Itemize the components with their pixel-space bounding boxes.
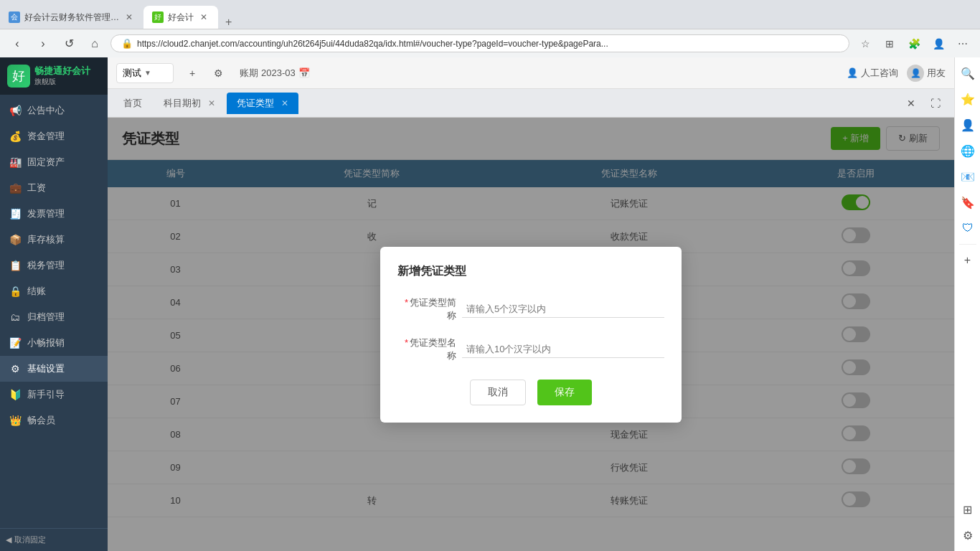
logo-icon: 好 — [7, 65, 30, 88]
right-panel-separator — [959, 244, 976, 245]
topbar-actions: + ⚙ — [182, 63, 228, 83]
member-icon: 👑 — [9, 414, 22, 427]
sidebar-item-inventory[interactable]: 📦 库存核算 — [0, 227, 108, 253]
tab-expand-btn[interactable]: ⛶ — [925, 93, 946, 113]
new-tab-button[interactable]: + — [218, 16, 239, 29]
topbar-right: 👤 人工咨询 👤 用友 — [847, 65, 946, 82]
invoices-label: 发票管理 — [27, 207, 65, 220]
address-bar: ‹ › ↺ ⌂ 🔒 https://cloud2.chanjet.com/acc… — [0, 29, 980, 57]
add-workspace-btn[interactable]: + — [182, 63, 202, 83]
browser-tab-2[interactable]: 好 好会计 ✕ — [143, 6, 218, 29]
sidebar-item-settings[interactable]: ⚙ 基础设置 — [0, 356, 108, 382]
page-content: 凭证类型 + 新增 ↻ 刷新 编号 凭证类型简称 凭证类型名称 是否启用 — [108, 118, 954, 551]
period-label: 账期 — [240, 67, 258, 80]
tab-subjects[interactable]: 科目期初 ✕ — [154, 93, 225, 114]
archive-label: 归档管理 — [27, 311, 65, 324]
back-button[interactable]: ‹ — [7, 34, 27, 54]
right-grid-btn[interactable]: ⊞ — [958, 499, 978, 519]
tab-close-panel-btn[interactable]: ✕ — [901, 93, 921, 113]
modal-cancel-btn[interactable]: 取消 — [470, 380, 526, 405]
url-box[interactable]: 🔒 https://cloud2.chanjet.com/accounting/… — [110, 34, 849, 52]
sidebar-unpin-text: ◀ 取消固定 — [6, 534, 102, 545]
logo-text-block: 畅捷通好会计 旗舰版 — [34, 65, 90, 87]
main-content: 测试 ▼ + ⚙ 账期 2023-03 📅 👤 人工咨询 👤 用友 — [108, 57, 954, 551]
field-name-input[interactable] — [462, 341, 664, 358]
collections-btn[interactable]: ⊞ — [880, 34, 900, 54]
right-globe-btn[interactable]: 🌐 — [958, 141, 978, 161]
sidebar-item-guide[interactable]: 🔰 新手引导 — [0, 382, 108, 408]
tab-subjects-label: 科目期初 — [164, 97, 201, 110]
workspace-name: 测试 — [123, 67, 141, 80]
tab-home[interactable]: 首页 — [113, 93, 152, 114]
right-person-btn[interactable]: 👤 — [958, 115, 978, 135]
settings-btn[interactable]: ⚙ — [208, 63, 228, 83]
form-row-short: *凭证类型简称 — [397, 296, 664, 322]
more-btn[interactable]: ⋯ — [953, 34, 973, 54]
user-button[interactable]: 👤 用友 — [907, 65, 946, 82]
fixed-assets-label: 固定资产 — [27, 156, 65, 169]
tax-icon: 📋 — [9, 259, 22, 272]
form-row-name: *凭证类型名称 — [397, 336, 664, 362]
right-plus-btn[interactable]: + — [958, 250, 978, 270]
workspace-selector[interactable]: 测试 ▼ — [116, 63, 174, 83]
sidebar-footer[interactable]: ◀ 取消固定 — [0, 528, 108, 551]
payroll-icon: 💼 — [9, 182, 22, 194]
right-shield-btn[interactable]: 🛡 — [958, 218, 978, 238]
sidebar-item-tax[interactable]: 📋 税务管理 — [0, 253, 108, 278]
sidebar-item-member[interactable]: 👑 畅会员 — [0, 408, 108, 433]
sidebar-item-invoices[interactable]: 🧾 发票管理 — [0, 201, 108, 227]
sidebar-item-funds[interactable]: 💰 资金管理 — [0, 123, 108, 149]
sidebar-item-archive[interactable]: 🗂 归档管理 — [0, 304, 108, 330]
profile-btn[interactable]: 👤 — [928, 34, 948, 54]
field-short-input[interactable] — [462, 301, 664, 318]
home-button[interactable]: ⌂ — [85, 34, 105, 54]
payroll-label: 工资 — [27, 182, 46, 194]
modal-footer: 取消 保存 — [397, 380, 664, 405]
extensions-btn[interactable]: 🧩 — [904, 34, 924, 54]
reload-button[interactable]: ↺ — [59, 34, 79, 54]
tab1-title: 好会计云财务软件管理系统_会计 — [24, 11, 119, 24]
required-mark-name: * — [405, 337, 408, 348]
modal-save-btn[interactable]: 保存 — [537, 380, 592, 405]
browser-chrome: 会 好会计云财务软件管理系统_会计 ✕ 好 好会计 ✕ + ‹ › ↺ ⌂ 🔒 … — [0, 0, 980, 57]
tab2-favicon: 好 — [152, 11, 164, 23]
right-email-btn[interactable]: 📧 — [958, 166, 978, 187]
announcements-icon: 📢 — [9, 104, 22, 117]
announcements-label: 公告中心 — [27, 104, 65, 117]
right-bookmark-btn[interactable]: 🔖 — [958, 192, 978, 212]
tab-home-label: 首页 — [123, 97, 142, 110]
settings-label: 基础设置 — [27, 362, 65, 375]
settings-icon: ⚙ — [9, 362, 22, 375]
forward-button[interactable]: › — [33, 34, 53, 54]
sidebar-item-payroll[interactable]: 💼 工资 — [0, 175, 108, 201]
url-text: https://cloud2.chanjet.com/accounting/uh… — [137, 39, 839, 49]
support-button[interactable]: 👤 人工咨询 — [847, 67, 898, 80]
tab-subjects-close[interactable]: ✕ — [208, 98, 215, 108]
tab2-close[interactable]: ✕ — [198, 11, 209, 23]
top-bar: 测试 ▼ + ⚙ 账期 2023-03 📅 👤 人工咨询 👤 用友 — [108, 57, 954, 89]
tab1-close[interactable]: ✕ — [123, 11, 135, 23]
favorites-btn[interactable]: ☆ — [855, 34, 875, 54]
sidebar-item-closing[interactable]: 🔒 结账 — [0, 278, 108, 304]
right-search-btn[interactable]: 🔍 — [958, 63, 978, 83]
right-panel: 🔍 ⭐ 👤 🌐 📧 🔖 🛡 + ⊞ ⚙ — [954, 57, 980, 551]
tab-controls: ✕ ⛶ — [901, 93, 948, 113]
right-star-btn[interactable]: ⭐ — [958, 89, 978, 109]
workspace-arrow-icon: ▼ — [144, 69, 151, 77]
inventory-label: 库存核算 — [27, 233, 65, 246]
sidebar-menu: 📢 公告中心 💰 资金管理 🏭 固定资产 💼 工资 🧾 发票管理 📦 库 — [0, 95, 108, 528]
sidebar-item-expense[interactable]: 📝 小畅报销 — [0, 330, 108, 356]
browser-action-buttons: ☆ ⊞ 🧩 👤 ⋯ — [855, 34, 973, 54]
calendar-icon[interactable]: 📅 — [298, 67, 310, 78]
sidebar-logo[interactable]: 好 畅捷通好会计 旗舰版 — [0, 57, 108, 95]
right-settings-btn[interactable]: ⚙ — [958, 525, 978, 545]
sidebar-item-announcements[interactable]: 📢 公告中心 — [0, 98, 108, 123]
page-tab-nav: 首页 科目期初 ✕ 凭证类型 ✕ ✕ ⛶ — [108, 89, 954, 118]
support-icon: 👤 — [847, 67, 858, 78]
tab-voucher-type[interactable]: 凭证类型 ✕ — [227, 93, 298, 114]
browser-tab-1[interactable]: 会 好会计云财务软件管理系统_会计 ✕ — [0, 6, 143, 29]
tab-voucher-type-close[interactable]: ✕ — [281, 98, 288, 108]
tab-voucher-type-label: 凭证类型 — [237, 97, 274, 110]
guide-icon: 🔰 — [9, 388, 22, 401]
sidebar-item-fixed-assets[interactable]: 🏭 固定资产 — [0, 149, 108, 175]
